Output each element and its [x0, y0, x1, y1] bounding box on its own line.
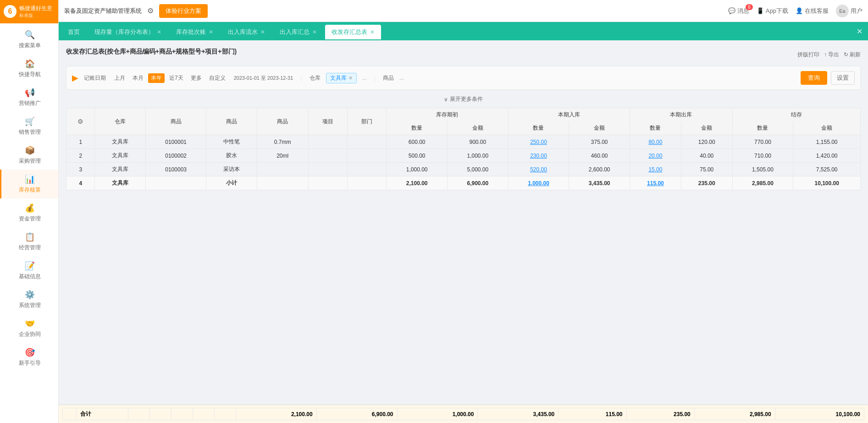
col-settings-header[interactable]: ⚙ — [66, 108, 95, 135]
in-qty-link[interactable]: 520.00 — [530, 166, 547, 173]
online-service-group[interactable]: 👤 在线客服 — [796, 7, 829, 15]
cell-opening-qty: 600.00 — [387, 135, 448, 149]
app-download-group[interactable]: 📱 App下载 — [757, 7, 788, 15]
table-row: 1 文具库 0100001 中性笔 0.7mm 600.00 900.00 25… — [66, 135, 861, 149]
export-button[interactable]: ↑ 导出 — [824, 51, 839, 59]
date-btn-this-month[interactable]: 本月 — [130, 73, 146, 83]
warehouse-tag-close[interactable]: ✕ — [348, 75, 353, 81]
tab-close-inventory-distribution[interactable]: ✕ — [157, 29, 161, 35]
topbar: 装备及固定资产辅助管理系统 ⚙ 体验行业方案 💬 消息 6 📱 App下载 👤 … — [59, 0, 868, 22]
cell-opening-amt: 6,900.00 — [447, 176, 508, 190]
cell-opening-qty: 1,000.00 — [387, 163, 448, 176]
date-btn-last-month[interactable]: 上月 — [111, 73, 128, 83]
table-footer: 合计 2,100.00 6,900.00 1,000.00 3,435.00 1… — [59, 404, 868, 423]
sidebar-label-quick-nav: 快捷导航 — [19, 71, 41, 78]
sidebar-item-operations[interactable]: 📋 经营管理 — [0, 227, 58, 256]
tab-batch-ledger[interactable]: 库存批次账✕ — [170, 25, 220, 39]
cell-product-name: 胶水 — [206, 149, 257, 163]
warehouse-tag[interactable]: 文具库 ✕ — [326, 73, 357, 83]
query-button[interactable]: 查询 — [801, 71, 827, 85]
date-btn-this-year[interactable]: 本年 — [148, 73, 165, 83]
app-download-label: App下载 — [766, 7, 788, 15]
tab-close-receive-summary[interactable]: ✕ — [370, 29, 375, 35]
date-btn-7days[interactable]: 近7天 — [166, 73, 186, 83]
out-qty-link[interactable]: 20.00 — [648, 153, 662, 159]
sidebar-item-purchase[interactable]: 📦 采购管理 — [0, 141, 58, 170]
trial-button[interactable]: 体验行业方案 — [159, 4, 208, 18]
sidebar-item-sales[interactable]: 🛒 销售管理 — [0, 112, 58, 141]
tab-close-inout-flow[interactable]: ✕ — [260, 29, 265, 35]
message-icon-group[interactable]: 💬 消息 6 — [728, 7, 749, 15]
sidebar-item-finance[interactable]: 💰 资金管理 — [0, 198, 58, 227]
export-icon: ↑ — [824, 51, 827, 58]
subtotal-in-qty-link[interactable]: 1,000.00 — [528, 180, 549, 187]
cell-warehouse: 文具库 — [95, 135, 145, 149]
cell-project — [308, 176, 347, 190]
settings-icon[interactable]: ⚙ — [147, 6, 154, 15]
sidebar-label-marketing: 营销推广 — [19, 99, 41, 107]
filter-bar: ▶ 记账日期 上月 本月 本年 近7天 更多 自定义 2023-01-01 至 … — [66, 66, 861, 90]
print-button[interactable]: 拼版打印 — [797, 51, 819, 59]
tab-label-inventory-distribution: 现存量（库存分布表） — [94, 28, 154, 36]
data-table: ⚙ 仓库 商品 商品 商品 项目 部门 库存期初 本期入库 本期出库 结存 数量 — [66, 108, 861, 190]
table-gear-icon[interactable]: ⚙ — [77, 118, 83, 125]
cell-product-code: 0100003 — [145, 163, 206, 176]
sidebar-icon-search: 🔍 — [25, 30, 35, 40]
footer-balance-qty: 2,985.00 — [694, 408, 775, 420]
cell-product-spec — [257, 176, 308, 190]
date-btn-custom[interactable]: 自定义 — [206, 73, 228, 83]
cell-warehouse: 文具库 — [95, 163, 145, 176]
footer-in-qty: 1,000.00 — [397, 408, 478, 420]
sidebar-item-quick-nav[interactable]: 🏠 快捷导航 — [0, 54, 58, 83]
table-row: 2 文具库 0100002 胶水 20ml 500.00 1,000.00 23… — [66, 149, 861, 163]
cell-out-qty: 15.00 — [630, 163, 681, 176]
tab-inout-summary[interactable]: 出入库汇总✕ — [273, 25, 323, 39]
out-qty-link[interactable]: 80.00 — [648, 139, 662, 145]
sidebar-item-marketing[interactable]: 📢 营销推广 — [0, 83, 58, 112]
sidebar-item-guide[interactable]: 🎯 新手引导 — [0, 343, 58, 372]
footer-cell-1 — [128, 408, 150, 420]
tab-home[interactable]: 首页 — [61, 25, 86, 39]
tab-close-batch-ledger[interactable]: ✕ — [209, 29, 213, 35]
tab-label-receive-summary: 收发存汇总表 — [332, 28, 367, 36]
col-balance-qty: 数量 — [732, 121, 793, 135]
tab-inout-flow[interactable]: 出入库流水✕ — [221, 25, 271, 39]
filter-toggle-icon[interactable]: ▶ — [72, 73, 78, 83]
expand-more-button[interactable]: ∨ 展开更多条件 — [444, 95, 483, 103]
sidebar-item-inventory[interactable]: 📊 库存核算 — [0, 170, 58, 198]
tabbar-close-all[interactable]: ✕ — [853, 27, 866, 36]
refresh-button[interactable]: ↻ 刷新 — [844, 51, 861, 59]
date-btn-more[interactable]: 更多 — [188, 73, 205, 83]
sidebar-item-enterprise[interactable]: 🤝 企业协同 — [0, 314, 58, 343]
goods-more-btn[interactable]: ... — [399, 75, 404, 81]
table-row: 3 文具库 0100003 采访本 1,000.00 5,000.00 520.… — [66, 163, 861, 176]
out-qty-link[interactable]: 15.00 — [648, 166, 662, 173]
sidebar-label-purchase: 采购管理 — [19, 157, 41, 165]
filter-settings-button[interactable]: 设置 — [831, 71, 855, 85]
tabbar: 首页现存量（库存分布表）✕库存批次账✕出入库流水✕出入库汇总✕收发存汇总表✕✕ — [59, 22, 868, 40]
in-qty-link[interactable]: 250.00 — [530, 139, 547, 145]
cell-balance-qty: 2,985.00 — [732, 176, 793, 190]
sidebar-item-basic-info[interactable]: 📝 基础信息 — [0, 256, 58, 285]
tab-label-inout-flow: 出入库流水 — [228, 28, 258, 36]
subtotal-out-qty-link[interactable]: 115.00 — [647, 180, 664, 187]
cell-product-code: 0100002 — [145, 149, 206, 163]
col-balance-amt: 金额 — [793, 121, 861, 135]
tab-close-inout-summary[interactable]: ✕ — [312, 29, 317, 35]
warehouse-more-btn[interactable]: ... — [362, 75, 367, 81]
message-badge: 6 — [746, 4, 753, 10]
sidebar-label-inventory: 库存核算 — [19, 186, 41, 194]
sidebar-icon-system: ⚙️ — [25, 290, 35, 300]
in-qty-link[interactable]: 230.00 — [530, 153, 547, 159]
cell-opening-amt: 900.00 — [447, 135, 508, 149]
cell-in-qty: 1,000.00 — [508, 176, 569, 190]
tab-receive-summary[interactable]: 收发存汇总表✕ — [325, 25, 381, 39]
sidebar-icon-basic-info: 📝 — [25, 261, 35, 271]
sidebar-icon-enterprise: 🤝 — [25, 319, 35, 329]
tab-inventory-distribution[interactable]: 现存量（库存分布表）✕ — [88, 25, 168, 39]
sidebar-label-finance: 资金管理 — [19, 215, 41, 223]
sidebar-item-system[interactable]: ⚙️ 系统管理 — [0, 285, 58, 314]
sidebar-item-search[interactable]: 🔍 搜索菜单 — [0, 25, 58, 54]
cell-project — [308, 149, 347, 163]
user-group[interactable]: Ea 用户 — [836, 5, 862, 17]
